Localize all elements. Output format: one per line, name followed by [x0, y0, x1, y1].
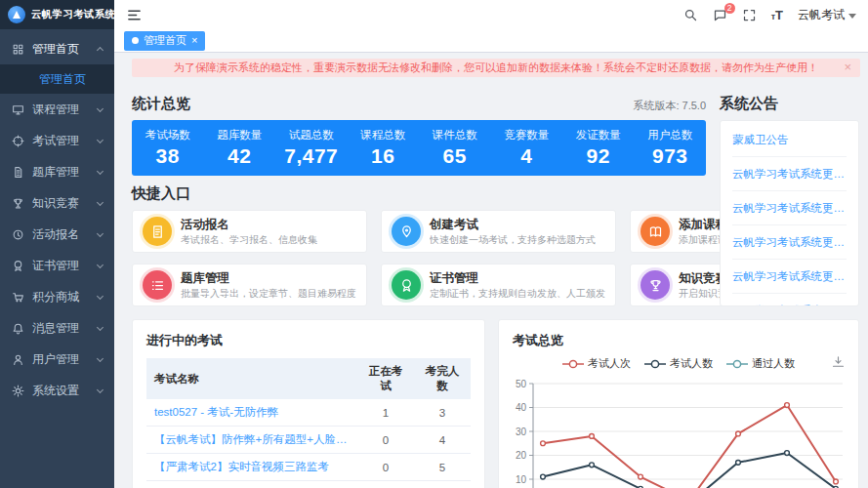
quick-card-desc: 快速创建一场考试，支持多种选题方式 [430, 233, 596, 246]
alert-text: 为了保障演示系统的稳定性，重要演示数据无法修改和删除，您可以追加新的数据来体验！… [174, 61, 818, 75]
exam-overview-chart: 1020304050 [513, 374, 845, 488]
finished-count: 5 [414, 454, 471, 481]
col-exam-name: 考试名称 [146, 358, 357, 399]
quick-card-texts: 活动报名考试报名、学习报名、信息收集 [181, 218, 317, 246]
sidebar-item-message[interactable]: 消息管理 [0, 312, 114, 344]
legend-label: 通过人数 [752, 356, 795, 371]
search-icon[interactable] [683, 8, 698, 22]
list-icon [150, 278, 165, 293]
chevron-down-icon [97, 167, 103, 174]
quick-card-certificate[interactable]: 证书管理定制证书，支持规则自动发放、人工颁发 [381, 264, 616, 306]
stat-item: 题库数量42 [204, 128, 276, 168]
docs-icon [12, 166, 24, 179]
sidebar-item-label: 用户管理 [32, 351, 79, 368]
ongoing-exams-table: 考试名称 正在考试 考完人数 test0527 - 考试-无防作弊13【云帆考试… [146, 358, 471, 488]
ongoing-exams-card: 进行中的考试 考试名称 正在考试 考完人数 test0527 - 考试-无防作弊… [132, 319, 485, 488]
download-icon[interactable] [831, 355, 846, 370]
stat-value: 42 [204, 144, 276, 168]
announcements-header: 系统公告 [720, 93, 859, 113]
quick-card-title: 活动报名 [181, 218, 317, 232]
alert-close-icon[interactable]: × [844, 61, 851, 73]
announcement-link[interactable]: 云帆学习考试系统更新说明... [732, 260, 847, 294]
legend-item[interactable]: 考试人次 [562, 356, 631, 371]
announcement-link[interactable]: 蒙威卫公告 [732, 123, 847, 157]
topbar-actions: 2 тT 云帆考试 [683, 7, 856, 23]
stat-item: 考试场数38 [132, 128, 204, 168]
exam-name-link[interactable]: 【云帆考试】防作弊+所有题型+人脸识别进入考试 - 考试 [146, 427, 357, 454]
sidebar-item-user[interactable]: 用户管理 [0, 344, 114, 375]
ongoing-count: 0 [357, 454, 414, 481]
svg-text:40: 40 [516, 402, 527, 413]
exam-name-link[interactable]: test0527 - 考试-无防作弊 [146, 399, 357, 427]
app-logo[interactable]: 云帆学习考试系统 [0, 0, 114, 29]
legend-item[interactable]: 通过人数 [726, 356, 795, 371]
quick-entry-grid: 活动报名考试报名、学习报名、信息收集创建考试快速创建一场考试，支持多种选题方式添… [132, 210, 706, 306]
fullscreen-icon[interactable] [742, 8, 757, 22]
medal-icon [399, 278, 414, 293]
aim-icon [12, 135, 24, 147]
sidebar-item-home[interactable]: 管理首页 [0, 33, 114, 64]
sidebar-item-course[interactable]: 课程管理 [0, 94, 114, 125]
sidebar-menu: 管理首页 管理首页 课程管理考试管理题库管理知识竞赛活动报名证书管理积分商城消息… [0, 29, 114, 406]
sidebar-item-label: 课程管理 [32, 102, 79, 118]
tab-home[interactable]: 管理首页 × [124, 31, 205, 51]
sidebar-item-points-mall[interactable]: 积分商城 [0, 281, 114, 312]
finished-count: 4 [414, 427, 471, 454]
form-icon-circle [143, 217, 172, 246]
messages-button[interactable]: 2 [713, 8, 727, 22]
announcement-link[interactable]: 云帆学习考试系统更新说明... [732, 294, 847, 306]
user-menu[interactable]: 云帆考试 [798, 7, 856, 23]
trophy-icon-circle [641, 270, 670, 300]
legend-marker-icon [644, 359, 666, 369]
hamburger-menu-icon[interactable] [126, 7, 143, 23]
stat-value: 16 [348, 144, 420, 168]
form-icon [150, 224, 165, 239]
stat-label: 试题总数 [275, 128, 348, 142]
table-row: 【云帆演示6】简答题按关键字智能批阅+人工确认024 [146, 481, 471, 488]
announcement-link[interactable]: 云帆学习考试系统更新说明... [732, 157, 847, 191]
col-finished: 考完人数 [414, 358, 471, 399]
sidebar-item-settings[interactable]: 系统设置 [0, 375, 114, 406]
quick-card-create-exam[interactable]: 创建考试快速创建一场考试，支持多种选题方式 [381, 210, 616, 253]
table-row: test0527 - 考试-无防作弊13 [146, 399, 471, 427]
exam-name-link[interactable]: 【云帆演示6】简答题按关键字智能批阅+人工确认 [146, 481, 357, 488]
topbar: 2 тT 云帆考试 [114, 0, 868, 29]
ongoing-exams-title: 进行中的考试 [146, 332, 471, 349]
chevron-down-icon [97, 261, 103, 267]
quick-card-activity-signup[interactable]: 活动报名考试报名、学习报名、信息收集 [132, 210, 367, 253]
legend-item[interactable]: 考试人数 [644, 356, 713, 371]
col-ongoing: 正在考试 [357, 358, 414, 399]
font-size-icon[interactable]: тT [771, 9, 783, 21]
quick-card-question-bank[interactable]: 题库管理批量导入导出，设定章节、题目难易程度 [132, 264, 367, 306]
sidebar-item-exam[interactable]: 考试管理 [0, 125, 114, 156]
sidebar-item-activity[interactable]: 活动报名 [0, 219, 114, 250]
bell-icon [12, 322, 24, 335]
stat-item: 课程总数16 [348, 128, 420, 168]
chevron-up-icon [97, 47, 103, 54]
stat-item: 用户总数973 [635, 128, 707, 168]
chevron-down-icon [97, 292, 103, 299]
sail-icon [13, 11, 21, 19]
sidebar-item-label: 知识竞赛 [32, 195, 79, 212]
tab-close-icon[interactable]: × [191, 35, 197, 46]
chevron-down-icon [97, 323, 103, 330]
announcement-link[interactable]: 云帆学习考试系统更新说明... [732, 191, 847, 225]
exam-name-link[interactable]: 【严肃考试2】实时音视频三路监考 [146, 454, 357, 481]
sidebar-item-label: 管理首页 [32, 41, 79, 58]
announcement-link[interactable]: 云帆学习考试系统更新说明... [732, 225, 847, 260]
line-chart-svg: 1020304050 [513, 374, 847, 488]
quick-card-desc: 定制证书，支持规则自动发放、人工颁发 [430, 287, 605, 300]
trophy-icon [12, 197, 24, 210]
book-icon [648, 224, 663, 239]
sidebar-item-label: 系统设置 [32, 383, 79, 399]
sidebar-item-certificate[interactable]: 证书管理 [0, 250, 114, 281]
sidebar-subitem-home-active[interactable]: 管理首页 [0, 64, 114, 94]
chevron-down-icon [848, 14, 856, 19]
sidebar-item-question-bank[interactable]: 题库管理 [0, 156, 114, 187]
pin-icon [399, 224, 414, 239]
sidebar-item-competition[interactable]: 知识竞赛 [0, 187, 114, 219]
svg-text:10: 10 [516, 474, 527, 485]
stat-label: 题库数量 [204, 128, 276, 142]
stat-value: 38 [132, 144, 204, 168]
tab-label: 管理首页 [144, 33, 186, 48]
